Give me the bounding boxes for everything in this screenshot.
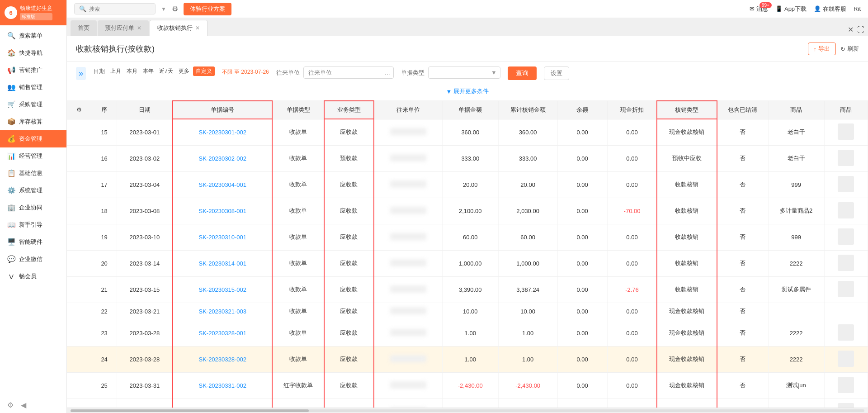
cell-biztype-6: 应收款 <box>324 276 374 303</box>
cell-include-8: 否 <box>717 320 769 346</box>
partner-input[interactable] <box>303 66 394 79</box>
sales-icon: 👥 <box>7 83 15 91</box>
sidebar-item-purchase[interactable]: 🛒 采购管理 <box>0 96 66 113</box>
doc-link-2[interactable]: SK-20230304-001 <box>198 181 246 188</box>
message-icon: ✉ <box>750 5 755 12</box>
tab-receipt[interactable]: 收款核销执行✕ <box>150 20 208 36</box>
cell-accamount-9: 1.00 <box>498 346 557 372</box>
sidebar-item-operations[interactable]: 📊 经营管理 <box>0 147 66 165</box>
cell-canceltype-10: 现金收款核销 <box>657 372 717 399</box>
sales-label: 销售管理 <box>19 83 42 91</box>
date-more[interactable]: 更多 <box>177 66 191 76</box>
th-product: 商品 <box>768 101 824 119</box>
app-download-button[interactable]: 📱 App下载 <box>775 5 807 13</box>
cell-balance-10: 0.00 <box>557 372 607 399</box>
doc-link-6[interactable]: SK-20230315-002 <box>198 286 246 293</box>
cell-balance-6: 0.00 <box>557 276 607 303</box>
search-icon: 🔍 <box>79 5 86 12</box>
cell-accamount-8: 1.00 <box>498 320 557 346</box>
cell-productimg-11 <box>824 399 868 408</box>
cell-productimg-4 <box>824 224 868 250</box>
cell-rownum-4 <box>67 224 92 250</box>
message-button[interactable]: ✉ 消息 99+ <box>750 5 768 13</box>
cell-amount-1: 333.00 <box>442 145 498 171</box>
date-7days[interactable]: 近7天 <box>157 66 175 76</box>
tab-home[interactable]: 首页 <box>71 20 97 36</box>
date-custom[interactable]: 自定义 <box>193 66 215 76</box>
cell-date-9: 2023-03-28 <box>117 346 173 372</box>
doc-link-9[interactable]: SK-20230328-002 <box>198 356 246 363</box>
sidebar-item-sales[interactable]: 👥 销售管理 <box>0 79 66 96</box>
cell-balance-7: 0.00 <box>557 303 607 320</box>
expand-tab-btn[interactable]: ⛶ <box>857 26 864 34</box>
settings-bottom-icon[interactable]: ⚙ <box>7 401 14 409</box>
cell-biztype-7: 应收款 <box>324 303 374 320</box>
header-search[interactable]: 🔍 <box>74 3 156 14</box>
expand-more-button[interactable]: ▼ 展开更多条件 <box>446 87 489 95</box>
date-this-month[interactable]: 本月 <box>125 66 139 76</box>
tab-close-prepay[interactable]: ✕ <box>137 25 142 31</box>
sidebar-item-guide[interactable]: 📖 新手引导 <box>0 216 66 233</box>
cell-docno-3: SK-20230308-001 <box>173 198 272 224</box>
th-settings[interactable]: ⚙ <box>67 101 92 119</box>
settings-icon[interactable]: ⚙ <box>172 5 178 13</box>
close-tab-btn[interactable]: ✕ <box>848 25 854 34</box>
doc-link-3[interactable]: SK-20230308-001 <box>198 208 246 214</box>
cell-partner-7 <box>374 303 442 320</box>
cell-discount-9: 0.00 <box>607 346 657 372</box>
finance-icon: 💰 <box>7 135 15 143</box>
cell-include-9: 否 <box>717 346 769 372</box>
doc-link-10[interactable]: SK-20230331-002 <box>198 382 246 389</box>
doc-type-select[interactable] <box>428 66 500 79</box>
tab-close-receipt[interactable]: ✕ <box>195 25 200 31</box>
doc-link-0[interactable]: SK-20230301-002 <box>198 129 246 136</box>
sidebar-item-search[interactable]: 🔍 搜索菜单 <box>0 27 66 44</box>
solution-button[interactable]: 体验行业方案 <box>184 3 231 15</box>
sidebar-item-basic[interactable]: 📋 基础信息 <box>0 165 66 182</box>
scroll-bar[interactable] <box>67 408 868 413</box>
tab-prepay[interactable]: 预付应付单✕ <box>98 20 149 36</box>
table-row: 17 2023-03-04 SK-20230304-001 收款单 应收款 20… <box>67 171 868 198</box>
sidebar-item-hardware[interactable]: 🖥️ 智能硬件 <box>0 233 66 251</box>
query-button[interactable]: 查询 <box>508 66 537 80</box>
search-chevron-icon[interactable]: ▼ <box>161 6 166 12</box>
cell-date-3: 2023-03-08 <box>117 198 173 224</box>
partner-search-icon[interactable]: ... <box>385 69 390 76</box>
cell-amount-11: 20.00 <box>442 399 498 408</box>
cell-include-2: 否 <box>717 171 769 198</box>
sidebar-item-corp[interactable]: 🏢 企业协同 <box>0 199 66 216</box>
setting-button[interactable]: 设置 <box>544 66 569 80</box>
cell-date-8: 2023-03-28 <box>117 320 173 346</box>
page-header: 收款核销执行(按收款) ↑ 导出 ↻ 刷新 <box>67 36 868 62</box>
date-prev-month[interactable]: 上月 <box>108 66 123 76</box>
collapse-icon[interactable]: ◀ <box>21 401 26 409</box>
sidebar-item-quick-nav[interactable]: 🏠 快捷导航 <box>0 44 66 62</box>
doc-link-4[interactable]: SK-20230310-001 <box>198 234 246 241</box>
doc-link-8[interactable]: SK-20230328-001 <box>198 330 246 337</box>
cell-product-4: 999 <box>768 224 824 250</box>
sidebar-item-member[interactable]: V 畅会员 <box>0 268 66 285</box>
wechat-icon: 💬 <box>7 255 15 263</box>
sidebar-item-finance[interactable]: 💰 资金管理 <box>0 130 66 147</box>
refresh-button[interactable]: ↻ 刷新 <box>840 43 859 55</box>
cell-doctype-1: 收款单 <box>272 145 324 171</box>
cell-no-6: 21 <box>92 276 117 303</box>
cell-partner-9 <box>374 346 442 372</box>
filter-expand-button[interactable]: » <box>76 67 86 80</box>
cell-doctype-5: 收款单 <box>272 250 324 276</box>
online-service-button[interactable]: 👤 在线客服 <box>814 5 846 13</box>
doc-link-7[interactable]: SK-20230321-003 <box>198 308 246 315</box>
date-this-year[interactable]: 本年 <box>141 66 156 76</box>
search-input[interactable] <box>89 6 151 12</box>
sidebar-item-system[interactable]: ⚙️ 系统管理 <box>0 182 66 199</box>
sidebar-item-wechat[interactable]: 💬 企业微信 <box>0 251 66 268</box>
sidebar-item-inventory[interactable]: 📦 库存核算 <box>0 113 66 130</box>
cell-biztype-5: 应收款 <box>324 250 374 276</box>
doc-link-1[interactable]: SK-20230302-002 <box>198 155 246 162</box>
cell-rownum-11 <box>67 399 92 408</box>
cell-rownum-8 <box>67 320 92 346</box>
export-button[interactable]: ↑ 导出 <box>808 43 836 55</box>
doc-link-5[interactable]: SK-20230314-001 <box>198 260 246 267</box>
cell-doctype-3: 收款单 <box>272 198 324 224</box>
sidebar-item-marketing[interactable]: 📢 营销推广 <box>0 62 66 79</box>
